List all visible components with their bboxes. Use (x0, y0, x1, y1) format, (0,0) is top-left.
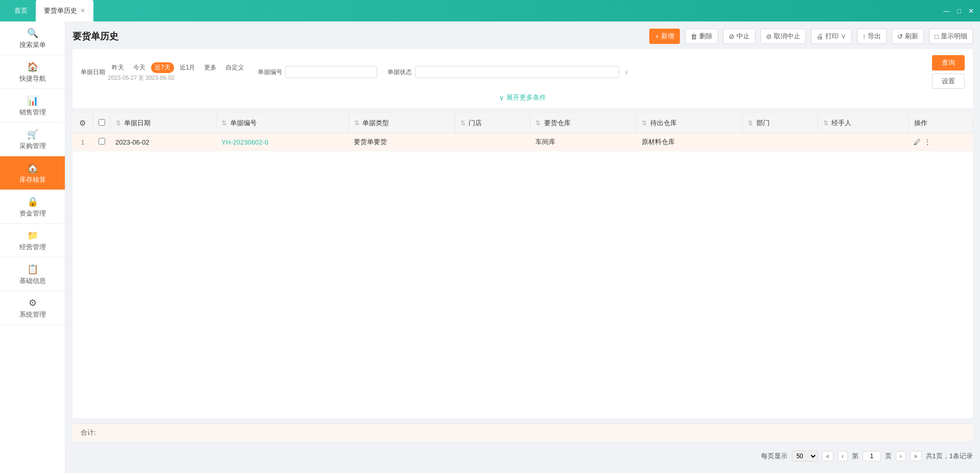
cancel-stop-button[interactable]: ⊘ 取消中止 (761, 29, 806, 44)
sort-icon-doc-type: ⇅ (354, 120, 359, 127)
select-all-checkbox[interactable] (99, 119, 105, 126)
page-input[interactable] (863, 451, 881, 461)
sort-icon-store: ⇅ (460, 120, 465, 127)
sidebar-item-finance-mgmt[interactable]: 🔒 资金管理 (0, 190, 65, 224)
row-checkbox-cell (93, 133, 110, 151)
toolbar: + 新增 🗑 删除 ⊘ 中止 ⊘ 取消中止 🖨 打印 ∨ (649, 29, 973, 44)
export-button[interactable]: ↑ 导出 (857, 29, 887, 44)
delete-icon: 🗑 (691, 33, 697, 40)
last-page-button[interactable]: » (910, 451, 922, 461)
date-opt-today[interactable]: 今天 (130, 62, 149, 73)
status-filter-label: 单据状态 (387, 68, 412, 77)
docnum-input[interactable] (285, 66, 377, 78)
refresh-button[interactable]: ↺ 刷新 (892, 29, 924, 44)
sidebar-item-label: 资金管理 (19, 209, 46, 218)
col-store: ⇅ 门店 (455, 113, 530, 133)
filter-row: 单据日期 昨天 今天 近7天 近1月 更多 自定义 2023-05-27 至 2… (81, 55, 965, 89)
filter-date-block: 昨天 今天 近7天 近1月 更多 自定义 2023-05-27 至 2023-0… (108, 62, 248, 82)
status-dropdown-icon[interactable]: ∨ (624, 68, 629, 76)
sort-icon-doc-date: ⇅ (116, 120, 121, 127)
sidebar-item-label: 经营管理 (19, 243, 46, 252)
sort-icon-doc-number: ⇅ (222, 120, 227, 127)
delete-label: 删除 (699, 32, 713, 41)
sidebar-item-purchase-mgmt[interactable]: 🛒 采购管理 (0, 123, 65, 156)
sidebar-item-sales-mgmt[interactable]: 📊 销售管理 (0, 89, 65, 123)
sidebar-item-inventory[interactable]: 🏠 库存核算 (0, 156, 65, 190)
col-checkbox (93, 113, 110, 133)
filter-panel: 单据日期 昨天 今天 近7天 近1月 更多 自定义 2023-05-27 至 2… (72, 49, 973, 108)
cell-doc-number: YH-20230602-0 (216, 133, 349, 151)
tab-requisition-history[interactable]: 要货单历史 ✕ (36, 0, 93, 21)
sidebar-item-basic-info[interactable]: 📋 基础信息 (0, 257, 65, 291)
close-icon[interactable]: ✕ (968, 7, 974, 15)
docnum-filter-label: 单据编号 (258, 68, 282, 77)
per-page-select[interactable]: 50 20 100 (792, 451, 818, 462)
col-doc-date: ⇅ 单据日期 (110, 113, 216, 133)
sidebar-item-sys-mgmt[interactable]: ⚙ 系统管理 (0, 291, 65, 325)
stop-label: 中止 (737, 32, 750, 41)
new-button[interactable]: + 新增 (649, 29, 680, 44)
filter-setting-button[interactable]: 设置 (932, 74, 965, 89)
date-opt-custom[interactable]: 自定义 (222, 62, 248, 73)
show-detail-icon: □ (935, 33, 939, 40)
sidebar-item-label: 库存核算 (19, 175, 46, 184)
filter-actions: 查询 设置 (932, 55, 965, 89)
col-handler: ⇅ 经手人 (818, 113, 909, 133)
cell-actions: 🖊 ⋮ (909, 133, 972, 151)
cell-department (743, 133, 818, 151)
sidebar-item-label: 快捷导航 (19, 74, 46, 83)
basic-info-icon: 📋 (27, 265, 38, 274)
stop-icon: ⊘ (729, 33, 734, 40)
sort-icon-handler: ⇅ (823, 120, 828, 127)
row-checkbox[interactable] (99, 138, 105, 145)
date-opt-last7days[interactable]: 近7天 (151, 62, 174, 73)
col-pending-warehouse: ⇅ 待出仓库 (636, 113, 743, 133)
sidebar-item-ops-mgmt[interactable]: 📁 经营管理 (0, 224, 65, 257)
sidebar-item-quick-nav[interactable]: 🏠 快捷导航 (0, 55, 65, 89)
date-opt-more[interactable]: 更多 (201, 62, 220, 73)
row-num: 1 (72, 133, 93, 151)
first-page-button[interactable]: « (822, 451, 834, 461)
cell-doc-type: 要货单要货 (349, 133, 455, 151)
table-settings-icon[interactable]: ⚙ (79, 119, 86, 127)
date-opt-yesterday[interactable]: 昨天 (108, 62, 128, 73)
show-detail-button[interactable]: □ 显示明细 (929, 29, 973, 44)
date-opt-last1month[interactable]: 近1月 (176, 62, 199, 73)
sidebar-item-label: 采购管理 (19, 141, 46, 151)
sidebar-item-search-menu[interactable]: 🔍 搜索菜单 (0, 21, 65, 55)
sidebar: 🔍 搜索菜单 🏠 快捷导航 📊 销售管理 🛒 采购管理 🏠 库存核算 🔒 资金管… (0, 21, 65, 473)
cell-doc-date: 2023-06-02 (110, 133, 216, 151)
row-more-icon[interactable]: ⋮ (924, 138, 931, 146)
row-actions: 🖊 ⋮ (914, 138, 967, 146)
pagination-bar: 每页显示 50 20 100 « ‹ 第 页 › » 共1页，1条记录 (72, 446, 973, 466)
print-button[interactable]: 🖨 打印 ∨ (811, 29, 852, 44)
stop-button[interactable]: ⊘ 中止 (723, 29, 755, 44)
col-department: ⇅ 部门 (743, 113, 818, 133)
status-input[interactable] (415, 66, 619, 78)
data-table: ⚙ ⇅ 单据日期 ⇅ 单据编号 (72, 113, 973, 151)
cell-store (455, 133, 530, 151)
date-filter-label: 单据日期 (81, 68, 105, 77)
expand-more-label: 展开更多条件 (506, 93, 546, 102)
page-title: 要货单历史 (72, 30, 118, 42)
new-label: 新增 (661, 32, 674, 41)
tab-home[interactable]: 首页 (6, 0, 36, 21)
filter-status-item: 单据状态 ∨ (387, 66, 922, 78)
sidebar-item-label: 系统管理 (19, 310, 46, 319)
table-container: ⚙ ⇅ 单据日期 ⇅ 单据编号 (72, 113, 973, 418)
main-layout: 🔍 搜索菜单 🏠 快捷导航 📊 销售管理 🛒 采购管理 🏠 库存核算 🔒 资金管… (0, 21, 980, 473)
cancel-stop-label: 取消中止 (774, 32, 800, 41)
sidebar-item-label: 销售管理 (19, 108, 46, 117)
export-label: 导出 (868, 32, 881, 41)
maximize-icon[interactable]: □ (957, 7, 961, 15)
delete-button[interactable]: 🗑 删除 (685, 29, 718, 44)
doc-number-link[interactable]: YH-20230602-0 (222, 138, 268, 146)
table-row: 1 2023-06-02 YH-20230602-0 要货单要货 车间库 原材料… (72, 133, 973, 151)
minimize-icon[interactable]: — (943, 7, 950, 15)
expand-more-row[interactable]: ∨ 展开更多条件 (81, 93, 965, 102)
tab-close-icon[interactable]: ✕ (80, 7, 85, 14)
query-button[interactable]: 查询 (932, 55, 965, 70)
next-page-button[interactable]: › (896, 451, 906, 461)
row-edit-icon[interactable]: 🖊 (914, 138, 921, 146)
prev-page-button[interactable]: ‹ (838, 451, 848, 461)
